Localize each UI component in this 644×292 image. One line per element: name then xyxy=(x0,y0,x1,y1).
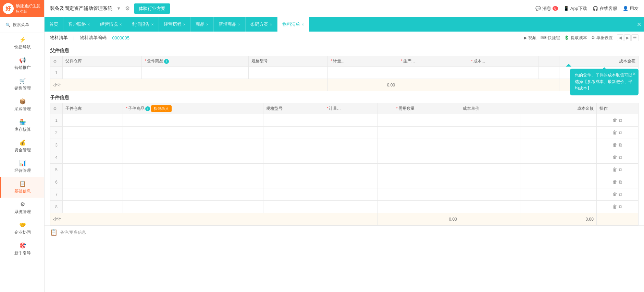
tab-close-3[interactable]: ✕ xyxy=(151,23,154,26)
sidebar-item-库存核算[interactable]: 🏪 库存核算 xyxy=(0,115,44,136)
child-row-4-warehouse[interactable] xyxy=(63,151,123,164)
tab-close-6[interactable]: ✕ xyxy=(238,23,240,26)
copy-icon-4[interactable]: ⧉ xyxy=(619,154,622,160)
sidebar-item-新手引导[interactable]: 🎯 新手引导 xyxy=(0,239,44,259)
search-menu-button[interactable]: 🔍 搜索菜单 xyxy=(3,20,41,30)
bottom-icon[interactable]: 📋 xyxy=(50,229,58,236)
nav-tab-7[interactable]: 条码方案 ✕ xyxy=(246,17,277,32)
nav-tab-6[interactable]: 新增商品 ✕ xyxy=(214,17,246,32)
sidebar-item-快捷导航[interactable]: ⚡ 快捷导航 xyxy=(0,33,44,54)
child-row-8-quantity[interactable] xyxy=(393,201,460,213)
child-row-2-product[interactable] xyxy=(123,127,263,139)
delete-icon-1[interactable]: 🗑 xyxy=(612,117,617,123)
breadcrumb-tab[interactable]: 物料清单 xyxy=(50,35,68,41)
child-row-2-unit[interactable] xyxy=(324,127,377,139)
app-download-item[interactable]: 📱 App下载 xyxy=(564,5,587,12)
child-row-6-product[interactable] xyxy=(123,176,263,188)
delete-icon-4[interactable]: 🗑 xyxy=(612,154,617,160)
settings-icon[interactable]: ⚙ xyxy=(125,5,130,12)
child-row-5-spec[interactable] xyxy=(263,164,324,176)
delete-icon-6[interactable]: 🗑 xyxy=(612,179,617,185)
tab-close-2[interactable]: ✕ xyxy=(119,23,122,26)
nav-prev-btn[interactable]: ◀ xyxy=(617,34,623,41)
scan-input-btn[interactable]: 扫码录入 xyxy=(151,105,172,112)
child-row-8-spec[interactable] xyxy=(263,201,324,213)
close-all-tabs[interactable]: ✕ xyxy=(637,21,644,28)
parent-row-1-warehouse[interactable] xyxy=(63,67,142,79)
child-row-7-quantity[interactable] xyxy=(393,188,460,201)
child-row-1-product[interactable] xyxy=(123,114,263,127)
child-row-2-warehouse[interactable] xyxy=(63,127,123,139)
extract-cost-btn[interactable]: 💲 提取成本 xyxy=(564,35,587,41)
child-row-2-quantity[interactable] xyxy=(393,127,460,139)
child-row-1-warehouse[interactable] xyxy=(63,114,123,127)
child-row-1-quantity[interactable] xyxy=(393,114,460,127)
parent-row-1-production[interactable] xyxy=(398,67,468,79)
nav-next-btn[interactable]: ▶ xyxy=(624,34,631,41)
delete-icon-5[interactable]: 🗑 xyxy=(612,167,617,173)
child-row-5-quantity[interactable] xyxy=(393,164,460,176)
dropdown-icon[interactable]: ▼ xyxy=(116,6,121,11)
nav-list-btn[interactable]: ☰ xyxy=(631,34,639,41)
nav-tab-0[interactable]: 首页 xyxy=(45,17,63,32)
single-settings-btn[interactable]: ⚙ 单据设置 xyxy=(591,35,613,41)
delete-icon-7[interactable]: 🗑 xyxy=(612,191,617,197)
tab-close-1[interactable]: ✕ xyxy=(87,23,90,26)
child-row-7-spec[interactable] xyxy=(263,188,324,201)
nav-tab-5[interactable]: 商品 ✕ xyxy=(191,17,214,32)
child-row-8-unit[interactable] xyxy=(324,201,377,213)
parent-row-1-product[interactable] xyxy=(142,67,249,79)
child-row-3-warehouse[interactable] xyxy=(63,139,123,151)
copy-icon-6[interactable]: ⧉ xyxy=(619,179,622,185)
child-row-7-unit[interactable] xyxy=(324,188,377,201)
online-service-item[interactable]: 🎧 在线客服 xyxy=(593,5,617,12)
child-row-6-warehouse[interactable] xyxy=(63,176,123,188)
copy-icon-5[interactable]: ⧉ xyxy=(619,167,622,173)
sidebar-item-采购管理[interactable]: 📦 采购管理 xyxy=(0,95,44,115)
parent-row-1-cost[interactable] xyxy=(468,67,538,79)
tab-close-7[interactable]: ✕ xyxy=(270,23,272,26)
nav-tab-1[interactable]: 客户联络 ✕ xyxy=(63,17,95,32)
parent-row-1-unit[interactable] xyxy=(328,67,398,79)
sidebar-item-资金管理[interactable]: 💰 资金管理 xyxy=(0,136,44,156)
child-row-4-product[interactable] xyxy=(123,151,263,164)
sidebar-item-销售管理[interactable]: 🛒 销售管理 xyxy=(0,74,44,95)
child-row-6-unit[interactable] xyxy=(324,176,377,188)
parent-col-settings[interactable]: ⚙ xyxy=(50,56,63,67)
tooltip-close-btn[interactable]: ✕ xyxy=(632,71,636,77)
user-item[interactable]: 👤 用友 xyxy=(623,5,639,12)
nav-tab-2[interactable]: 经营情况 ✕ xyxy=(95,17,127,32)
child-row-8-product[interactable] xyxy=(123,201,263,213)
child-row-5-product[interactable] xyxy=(123,164,263,176)
child-row-3-spec[interactable] xyxy=(263,139,324,151)
sidebar-item-系统管理[interactable]: ⚙ 系统管理 xyxy=(0,198,44,218)
copy-icon-3[interactable]: ⧉ xyxy=(619,142,622,148)
delete-icon-3[interactable]: 🗑 xyxy=(612,142,617,148)
copy-icon-8[interactable]: ⧉ xyxy=(619,204,622,210)
tab-close-4[interactable]: ✕ xyxy=(183,23,186,26)
child-row-4-quantity[interactable] xyxy=(393,151,460,164)
copy-icon-2[interactable]: ⧉ xyxy=(619,130,622,136)
child-row-4-spec[interactable] xyxy=(263,151,324,164)
delete-icon-8[interactable]: 🗑 xyxy=(612,204,617,210)
child-row-6-spec[interactable] xyxy=(263,176,324,188)
nav-tab-8[interactable]: 物料清单 ✕ xyxy=(277,17,309,32)
nav-tab-4[interactable]: 经营历程 ✕ xyxy=(159,17,191,32)
parent-row-1-spec[interactable] xyxy=(248,67,327,79)
child-row-5-warehouse[interactable] xyxy=(63,164,123,176)
trial-btn[interactable]: 体验行业方案 xyxy=(134,3,170,14)
message-item[interactable]: 💬 消息 6 xyxy=(535,5,558,12)
child-row-8-warehouse[interactable] xyxy=(63,201,123,213)
sidebar-item-基础信息[interactable]: 📋 基础信息 xyxy=(0,177,44,198)
child-row-1-spec[interactable] xyxy=(263,114,324,127)
child-row-2-spec[interactable] xyxy=(263,127,324,139)
nav-tab-3[interactable]: 利润报告 ✕ xyxy=(127,17,159,32)
child-row-7-warehouse[interactable] xyxy=(63,188,123,201)
view-video-btn[interactable]: ▶ 视频 xyxy=(524,35,536,41)
shortcut-btn[interactable]: ⌨ 快捷键 xyxy=(541,35,560,41)
copy-icon-7[interactable]: ⧉ xyxy=(619,191,622,197)
child-row-1-unit[interactable] xyxy=(324,114,377,127)
child-row-7-product[interactable] xyxy=(123,188,263,201)
sidebar-item-企业协同[interactable]: 🤝 企业协同 xyxy=(0,218,44,239)
tab-close-5[interactable]: ✕ xyxy=(206,23,209,26)
